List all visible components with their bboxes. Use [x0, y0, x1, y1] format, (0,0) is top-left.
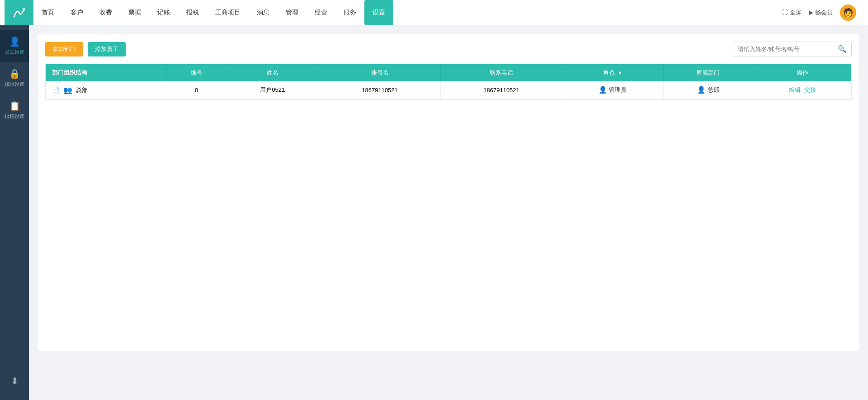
sidebar-item-permission[interactable]: 🔒 权限设置 — [0, 62, 29, 94]
two-col-layout: 部门组织结构 📄 👥 总部 编号 姓名 账号名 联系电话 — [45, 64, 852, 100]
toolbar: 添加部门 添加员工 🔍 — [45, 42, 852, 56]
dept-icon: 👤 — [697, 86, 706, 94]
nav-item-票据[interactable]: 票据 — [120, 0, 149, 25]
table-panel: 编号 姓名 账号名 联系电话 角色 ▼ 所属部门 操作 0用户052118679… — [167, 64, 852, 100]
table-row: 0用户05211867911052118679110521👤管理员👤总部编辑 交… — [167, 81, 851, 99]
employee-icon: 👤 — [9, 36, 20, 47]
tree-item-root-label: 总部 — [76, 86, 88, 94]
nav-item-服务[interactable]: 服务 — [335, 0, 364, 25]
sidebar-item-employee-label: 员工设置 — [5, 49, 24, 56]
tree-header: 部门组织结构 — [46, 64, 167, 81]
filter-icon: ▼ — [618, 70, 623, 75]
col-name: 姓名 — [226, 64, 319, 81]
member-button[interactable]: ▶ 畅会员 — [809, 9, 833, 17]
fullscreen-icon: ⛶ — [782, 9, 788, 16]
avatar-icon: 🧑 — [843, 8, 853, 18]
svg-point-0 — [23, 8, 25, 10]
col-id: 编号 — [167, 64, 226, 81]
file-icon: 📄 — [52, 87, 60, 94]
sidebar-item-permission-label: 权限设置 — [5, 81, 24, 88]
sidebar: 👤 员工设置 🔒 权限设置 📋 报税设置 ⬇ — [0, 25, 29, 400]
tree-item-root[interactable]: 📄 👥 总部 — [46, 81, 167, 99]
employee-table: 编号 姓名 账号名 联系电话 角色 ▼ 所属部门 操作 0用户052118679… — [167, 64, 851, 99]
top-navigation: 首页客户收费票据记账报税工商项目消息管理经营服务设置 ⛶ 全屏 ▶ 畅会员 🧑 — [0, 0, 868, 25]
nav-item-记账[interactable]: 记账 — [149, 0, 178, 25]
cell-phone: 18679110521 — [441, 81, 562, 99]
table-header-row: 编号 姓名 账号名 联系电话 角色 ▼ 所属部门 操作 — [167, 64, 851, 81]
col-dept: 所属部门 — [663, 64, 753, 81]
nav-item-经营[interactable]: 经营 — [307, 0, 335, 25]
nav-item-收费[interactable]: 收费 — [91, 0, 120, 25]
nav-item-首页[interactable]: 首页 — [33, 0, 62, 25]
search-button[interactable]: 🔍 — [833, 42, 851, 56]
fullscreen-button[interactable]: ⛶ 全屏 — [782, 9, 802, 17]
nav-item-管理[interactable]: 管理 — [278, 0, 307, 25]
add-dept-button[interactable]: 添加部门 — [45, 42, 83, 56]
member-label: 畅会员 — [815, 9, 833, 17]
nav-item-工商项目[interactable]: 工商项目 — [207, 0, 249, 25]
main-content: 添加部门 添加员工 🔍 部门组织结构 📄 👥 总部 — [29, 25, 868, 400]
role-badge: 👤管理员 — [599, 86, 627, 94]
cell-id: 0 — [167, 81, 226, 99]
avatar[interactable]: 🧑 — [840, 5, 856, 21]
col-role[interactable]: 角色 ▼ — [562, 64, 664, 81]
cell-account: 18679110521 — [319, 81, 441, 99]
nav-items: 首页客户收费票据记账报税工商项目消息管理经营服务设置 — [33, 0, 782, 25]
user-group-icon: 👥 — [63, 86, 72, 94]
logo[interactable] — [5, 0, 33, 25]
search-input[interactable] — [733, 43, 833, 55]
tax-icon: 📋 — [9, 100, 20, 111]
dept-badge: 👤总部 — [697, 86, 719, 94]
download-icon: ⬇ — [11, 376, 19, 386]
nav-item-消息[interactable]: 消息 — [249, 0, 278, 25]
sidebar-item-tax-label: 报税设置 — [5, 113, 24, 120]
tree-panel: 部门组织结构 📄 👥 总部 — [45, 64, 167, 100]
nav-item-客户[interactable]: 客户 — [62, 0, 91, 25]
col-phone: 联系电话 — [441, 64, 562, 81]
cell-role: 👤管理员 — [562, 81, 664, 99]
video-icon: ▶ — [809, 9, 813, 16]
nav-right: ⛶ 全屏 ▶ 畅会员 🧑 — [782, 5, 863, 21]
action-编辑[interactable]: 编辑 — [789, 86, 801, 94]
nav-item-报税[interactable]: 报税 — [178, 0, 207, 25]
cell-dept: 👤总部 — [663, 81, 753, 99]
cell-actions: 编辑 交接 — [753, 81, 851, 99]
sidebar-bottom-item[interactable]: ⬇ — [9, 369, 20, 393]
sidebar-item-tax[interactable]: 📋 报税设置 — [0, 94, 29, 126]
nav-item-设置[interactable]: 设置 — [364, 0, 393, 25]
permission-icon: 🔒 — [9, 68, 20, 79]
search-bar: 🔍 — [733, 42, 852, 56]
fullscreen-label: 全屏 — [790, 9, 802, 17]
sidebar-item-employee[interactable]: 👤 员工设置 — [0, 30, 29, 62]
action-交接[interactable]: 交接 — [804, 86, 816, 94]
col-account: 账号名 — [319, 64, 441, 81]
content-area: 添加部门 添加员工 🔍 部门组织结构 📄 👥 总部 — [38, 34, 859, 351]
cell-name: 用户0521 — [226, 81, 319, 99]
role-icon: 👤 — [599, 86, 607, 94]
add-emp-button[interactable]: 添加员工 — [88, 42, 126, 56]
col-action: 操作 — [753, 64, 852, 81]
